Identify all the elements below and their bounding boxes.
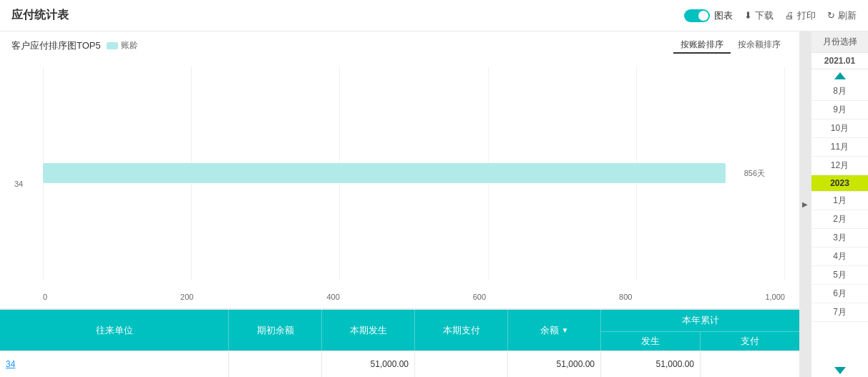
sidebar-toggle-icon: ▶ <box>802 200 808 208</box>
cell-benqi-fasheng: 51,000.00 <box>322 351 415 377</box>
cell-benqi-zhifu <box>415 351 508 377</box>
x-axis: 0 200 400 600 800 1,000 <box>43 293 785 301</box>
bennianjilei-top-label: 本年累计 <box>601 310 799 332</box>
chart-toggle-label: 图表 <box>714 9 733 22</box>
refresh-button[interactable]: ↻ 刷新 <box>827 9 857 22</box>
download-icon: ⬇ <box>744 10 752 21</box>
yue-sort-icon: ▼ <box>562 326 569 334</box>
month-item-7[interactable]: 7月 <box>811 303 868 322</box>
month-item-6[interactable]: 6月 <box>811 285 868 303</box>
print-icon: 🖨 <box>785 10 794 21</box>
sort-by-balance-button[interactable]: 按余额排序 <box>731 37 788 54</box>
x-label-800: 800 <box>619 293 632 301</box>
y-axis-label: 34 <box>14 180 23 188</box>
sub-header-fasheng: 发生 <box>601 332 701 351</box>
bar-right-label: 856天 <box>744 168 765 179</box>
sidebar-toggle-button[interactable]: ▶ <box>799 31 811 377</box>
cell-qichu <box>229 351 322 377</box>
chart-legend: 客户应付排序图TOP5 账龄 <box>11 39 138 52</box>
month-item-12[interactable]: 12月 <box>811 157 868 175</box>
col-header-bennianjilei: 本年累计 发生 支付 <box>601 310 799 351</box>
print-button[interactable]: 🖨 打印 <box>785 9 816 22</box>
month-item-8[interactable]: 8月 <box>811 82 868 101</box>
bars-area: 856天 <box>43 67 785 280</box>
x-label-200: 200 <box>180 293 193 301</box>
month-item-1[interactable]: 1月 <box>811 192 868 210</box>
cell-laiwai: 34 <box>0 351 229 377</box>
x-label-0: 0 <box>43 293 47 301</box>
x-label-1000: 1,000 <box>765 293 785 301</box>
chart-toggle[interactable] <box>684 9 710 22</box>
page-title: 应付统计表 <box>11 8 69 23</box>
sidebar-scroll-up-button[interactable] <box>811 69 868 82</box>
main-content: 客户应付排序图TOP5 账龄 按账龄排序 按余额排序 <box>0 31 868 377</box>
chart-area: 客户应付排序图TOP5 账龄 按账龄排序 按余额排序 <box>0 31 799 377</box>
cell-fasheng: 51,000.00 <box>601 351 701 377</box>
legend-zhang-label: 账龄 <box>121 39 138 52</box>
month-item-5[interactable]: 5月 <box>811 266 868 285</box>
bennianjilei-sub-headers: 发生 支付 <box>601 332 799 351</box>
sort-buttons: 按账龄排序 按余额排序 <box>673 37 788 54</box>
legend-item-zhang: 账龄 <box>107 39 138 52</box>
sidebar-month-list: 8月 9月 10月 11月 12月 2023 1月 2月 3月 4月 5月 6月… <box>811 82 868 364</box>
table-row: 34 51,000.00 51,000.00 51,000.00 <box>0 351 799 377</box>
table-header: 往来单位 期初余额 本期发生 本期支付 余额 ▼ 本年累计 发生 支付 <box>0 310 799 351</box>
bar-item: 856天 <box>43 163 726 183</box>
laiwai-link[interactable]: 34 <box>6 359 15 369</box>
sidebar-year-input[interactable]: 2021.01 <box>811 53 868 69</box>
cell-yue: 51,000.00 <box>508 351 601 377</box>
app-container: 应付统计表 图表 ⬇ 下载 🖨 打印 ↻ 刷新 <box>0 0 868 377</box>
header-actions: 图表 ⬇ 下载 🖨 打印 ↻ 刷新 <box>684 9 857 22</box>
month-item-4[interactable]: 4月 <box>811 248 868 266</box>
col-header-laiwai: 往来单位 <box>0 310 229 351</box>
bar-chart: 34 856天 0 200 400 600 800 1,000 <box>0 59 799 308</box>
col-header-qichu: 期初余额 <box>229 310 322 351</box>
legend-label: 客户应付排序图TOP5 <box>11 39 101 52</box>
col-header-benqi-fasheng: 本期发生 <box>322 310 415 351</box>
header: 应付统计表 图表 ⬇ 下载 🖨 打印 ↻ 刷新 <box>0 0 868 31</box>
chart-toggle-wrap: 图表 <box>684 9 733 22</box>
month-item-3[interactable]: 3月 <box>811 229 868 248</box>
col-header-yue: 余额 ▼ <box>508 310 601 351</box>
chevron-up-icon <box>834 72 846 79</box>
chart-header: 客户应付排序图TOP5 账龄 按账龄排序 按余额排序 <box>0 31 799 59</box>
sub-header-zhifu: 支付 <box>701 332 799 351</box>
month-item-11[interactable]: 11月 <box>811 138 868 157</box>
month-item-10[interactable]: 10月 <box>811 119 868 138</box>
month-item-2[interactable]: 2月 <box>811 210 868 229</box>
year-marker-2023[interactable]: 2023 <box>811 175 868 192</box>
refresh-icon: ↻ <box>827 10 835 21</box>
chevron-down-icon <box>834 367 846 374</box>
sort-by-age-button[interactable]: 按账龄排序 <box>673 37 731 54</box>
right-sidebar: 月份选择 2021.01 8月 9月 10月 11月 12月 2023 1月 2… <box>811 31 868 377</box>
download-button[interactable]: ⬇ 下载 <box>744 9 774 22</box>
month-item-9[interactable]: 9月 <box>811 101 868 119</box>
x-label-400: 400 <box>326 293 339 301</box>
sidebar-scroll-down-button[interactable] <box>811 364 868 377</box>
table-area: 往来单位 期初余额 本期发生 本期支付 余额 ▼ 本年累计 发生 支付 <box>0 308 799 377</box>
x-label-600: 600 <box>473 293 486 301</box>
col-header-benqi-zhifu: 本期支付 <box>415 310 508 351</box>
sidebar-month-header: 月份选择 <box>811 31 868 53</box>
legend-color-zhang <box>107 42 118 49</box>
cell-zhifu <box>701 351 799 377</box>
